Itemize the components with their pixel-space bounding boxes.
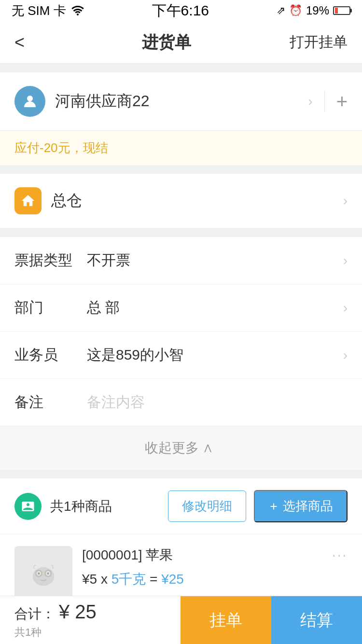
department-row[interactable]: 部门 总 部 ›	[0, 284, 362, 332]
wifi-icon	[71, 6, 84, 15]
form-section: 票据类型 不开票 › 部门 总 部 › 业务员 这是859的小智 › 备注 备注…	[0, 237, 362, 426]
collapse-button[interactable]: 收起更多 ∧	[0, 426, 362, 470]
battery-icon	[333, 6, 350, 15]
invoice-type-value: 不开票	[82, 251, 343, 270]
supplier-avatar	[14, 86, 45, 117]
product-count: 共1种商品	[50, 497, 168, 516]
open-pending-button[interactable]: 打开挂单	[290, 32, 348, 52]
remark-value[interactable]: 备注内容	[82, 392, 348, 412]
total-sub: 共1种	[14, 625, 166, 640]
status-bar: 无 SIM 卡 下午6:16 ⇗ ⏰ 19%	[0, 0, 362, 21]
nav-bar: < 进货单 打开挂单	[0, 21, 362, 64]
supplier-name: 河南供应商22	[55, 91, 308, 112]
modify-detail-button[interactable]: 修改明细	[168, 490, 246, 522]
battery-tip	[350, 9, 352, 13]
supplier-vertical-divider	[324, 91, 325, 112]
remark-row[interactable]: 备注 备注内容	[0, 379, 362, 426]
select-product-icon	[268, 501, 279, 512]
equals-text: =	[146, 572, 161, 587]
total-section: 合计： ¥ 25 共1种	[0, 596, 181, 644]
product-icon-wrap	[14, 493, 42, 520]
invoice-type-row[interactable]: 票据类型 不开票 ›	[0, 237, 362, 284]
page-title: 进货单	[142, 31, 191, 54]
department-chevron-icon: ›	[343, 300, 348, 316]
warehouse-icon-wrap	[14, 187, 42, 214]
salesperson-label: 业务员	[14, 345, 82, 365]
warehouse-row[interactable]: 总仓 ›	[0, 174, 362, 228]
product-name: [0000001] 苹果	[82, 546, 322, 564]
status-time: 下午6:16	[152, 1, 209, 21]
back-button[interactable]: <	[14, 32, 43, 53]
remark-label: 备注	[14, 392, 82, 412]
total-amount: ¥ 25	[59, 601, 97, 623]
salesperson-row[interactable]: 业务员 这是859的小智 ›	[0, 332, 362, 379]
department-label: 部门	[14, 298, 82, 318]
carrier-text: 无 SIM 卡	[12, 2, 66, 19]
product-icon	[21, 499, 35, 514]
section-divider-1	[0, 64, 362, 72]
svg-point-7	[47, 572, 49, 574]
select-product-button[interactable]: 选择商品	[254, 490, 348, 522]
invoice-type-chevron-icon: ›	[343, 253, 348, 268]
svg-point-1	[33, 567, 55, 586]
svg-point-0	[27, 96, 33, 101]
select-product-label: 选择商品	[283, 498, 333, 515]
total-text: ¥25	[161, 572, 184, 587]
battery-fill	[335, 8, 338, 14]
alarm-icon: ⏰	[289, 4, 302, 17]
section-divider-2	[0, 165, 362, 174]
warehouse-name: 总仓	[51, 190, 343, 211]
bottom-bar: 合计： ¥ 25 共1种 挂单 结算	[0, 596, 362, 644]
supplier-section: 河南供应商22 › + 应付-20元，现结	[0, 72, 362, 165]
qty-text: 5千克	[111, 572, 146, 587]
location-icon: ⇗	[277, 4, 285, 17]
status-left: 无 SIM 卡	[12, 2, 84, 19]
warehouse-icon	[20, 193, 36, 209]
battery-percent: 19%	[306, 4, 329, 17]
salesperson-value: 这是859的小智	[82, 345, 343, 365]
salesperson-chevron-icon: ›	[343, 348, 348, 363]
price-text: ¥5 x	[82, 572, 111, 587]
owl-placeholder-icon	[28, 560, 59, 590]
hang-button[interactable]: 挂单	[181, 596, 271, 644]
product-header: 共1种商品 修改明细 选择商品	[0, 478, 362, 534]
total-label: 合计：	[14, 605, 55, 623]
total-amount-row: 合计： ¥ 25	[14, 601, 166, 623]
svg-point-6	[38, 572, 40, 574]
supplier-chevron-icon: ›	[308, 94, 312, 109]
product-thumbnail	[14, 546, 72, 604]
notice-banner: 应付-20元，现结	[0, 131, 362, 165]
supplier-row[interactable]: 河南供应商22 › +	[0, 72, 362, 131]
checkout-button[interactable]: 结算	[271, 596, 362, 644]
warehouse-chevron-icon: ›	[343, 193, 348, 209]
add-button[interactable]: +	[336, 91, 348, 112]
status-right: ⇗ ⏰ 19%	[277, 4, 350, 17]
product-price: ¥5 x 5千克 = ¥25	[82, 570, 322, 588]
product-info: [0000001] 苹果 ¥5 x 5千克 = ¥25	[82, 546, 322, 588]
supplier-avatar-icon	[21, 93, 39, 110]
collapse-label: 收起更多 ∧	[145, 439, 214, 457]
department-value: 总 部	[82, 298, 343, 318]
invoice-type-label: 票据类型	[14, 251, 82, 270]
product-menu-button[interactable]: ···	[332, 546, 348, 564]
